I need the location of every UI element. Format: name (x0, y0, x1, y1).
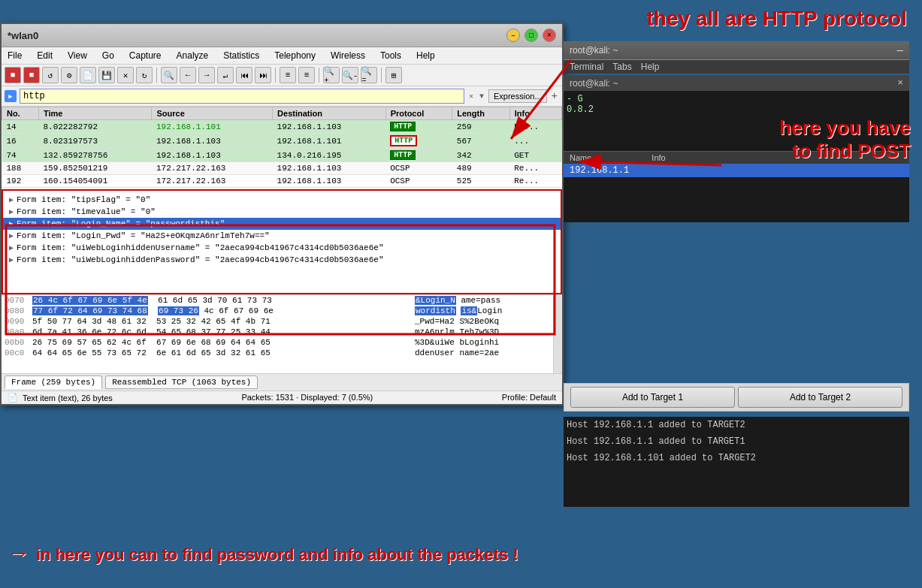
terminal-menu-tabs[interactable]: Tabs (612, 62, 631, 72)
toolbar-restart[interactable]: ↺ (42, 67, 59, 83)
toolbar-first[interactable]: ⏮ (236, 67, 252, 83)
hex-scrollbar[interactable] (553, 295, 562, 373)
hex-offset-2: 0080 (5, 306, 31, 315)
toolbar-close[interactable]: ✕ (117, 67, 134, 83)
table-row[interactable]: 74 132.859278756 192.168.1.103 134.0.216… (2, 149, 562, 162)
toolbar-search[interactable]: 🔍 (161, 67, 177, 83)
toolbar-zoom-out[interactable]: 🔍- (342, 67, 358, 83)
terminal-selected-row[interactable]: 192.168.1.1 (564, 164, 909, 177)
terminal-empty-area (564, 177, 909, 222)
toolbar-zoom-reset[interactable]: 🔍= (361, 67, 377, 83)
wireshark-window: *wlan0 – □ × File Edit View Go Capture A… (0, 23, 564, 406)
detail-row-3[interactable]: ▶ Form item: "Login_Name" = "passwordist… (3, 218, 561, 230)
toolbar-reload[interactable]: ↻ (136, 67, 153, 83)
item-text: Text item (text), 26 bytes (23, 394, 113, 403)
terminal-menu-help[interactable]: Help (641, 62, 660, 72)
menu-bar: File Edit View Go Capture Analyze Statis… (2, 47, 562, 65)
toolbar-last[interactable]: ⏭ (255, 67, 271, 83)
col-info[interactable]: Info (509, 107, 561, 120)
toolbar-jump[interactable]: ↵ (217, 67, 234, 83)
maximize-button[interactable]: □ (524, 29, 538, 42)
hex-offset-3: 0090 (5, 317, 31, 326)
menu-telephony[interactable]: Telephony (271, 49, 319, 62)
cell-proto: HTTP (385, 120, 452, 134)
menu-help[interactable]: Help (413, 49, 438, 62)
add-to-target2-button[interactable]: Add to Target 2 (738, 387, 902, 408)
hex-ascii-4: mzA6nrlm Teh7w%3D (415, 327, 550, 336)
col-length[interactable]: Length (452, 107, 509, 120)
annotation-http-protocol: they all are HTTP protocol (647, 6, 907, 32)
cell-info: ... (509, 134, 561, 149)
toolbar-coloring2[interactable]: ≡ (298, 67, 315, 83)
menu-capture[interactable]: Capture (126, 49, 165, 62)
toolbar-save[interactable]: 💾 (98, 67, 115, 83)
detail-text-6: Form item: "uiWebLoginhiddenPassword" = … (17, 255, 383, 264)
filter-dropdown[interactable]: ▼ (478, 92, 485, 101)
inner-terminal-close[interactable]: × (897, 77, 903, 89)
menu-wireless[interactable]: Wireless (328, 49, 368, 62)
col-no[interactable]: No. (2, 107, 39, 120)
col-destination[interactable]: Destination (273, 107, 386, 120)
terminal-selected-text: 192.168.1.1 (570, 165, 629, 176)
detail-row-2[interactable]: ▶ Form item: "timevalue" = "0" (3, 206, 561, 218)
expand-arrow-6: ▶ (9, 255, 14, 264)
expression-button[interactable]: Expression... (488, 89, 547, 103)
cell-info: Re... (509, 175, 561, 188)
col-time[interactable]: Time (38, 107, 152, 120)
toolbar-start[interactable]: ■ (5, 67, 21, 83)
filter-input[interactable] (20, 89, 464, 104)
toolbar-stop[interactable]: ■ (23, 67, 40, 83)
filter-clear-button[interactable]: ✕ (467, 92, 475, 101)
hex-ascii-3: _Pwd=Ha2 S%2BeOKq (415, 317, 550, 326)
close-button[interactable]: × (543, 29, 556, 42)
detail-row-6[interactable]: ▶ Form item: "uiWebLoginhiddenPassword" … (3, 254, 561, 266)
minimize-button[interactable]: – (506, 29, 520, 42)
hex-scroll-area[interactable]: 0070 26 4c 6f 67 69 6e 5f 4e 61 6d 65 3d… (2, 295, 553, 373)
toolbar-coloring[interactable]: ≡ (280, 67, 296, 83)
toolbar-back[interactable]: ← (180, 67, 196, 83)
toolbar-options[interactable]: ⚙ (61, 67, 77, 83)
detail-row-4[interactable]: ▶ Form item: "Login_Pwd" = "Ha2S+eOKqmzA… (3, 230, 561, 242)
cell-proto: OCSP (385, 162, 452, 175)
cell-info: GET (509, 149, 561, 162)
cell-no: 188 (2, 162, 39, 175)
detail-row-1[interactable]: ▶ Form item: "tipsFlag" = "0" (3, 194, 561, 206)
profile-label: Profile: Default (502, 393, 556, 403)
menu-statistics[interactable]: Statistics (220, 49, 262, 62)
menu-view[interactable]: View (65, 49, 90, 62)
menu-tools[interactable]: Tools (377, 49, 404, 62)
filter-add-button[interactable]: + (550, 90, 559, 102)
toolbar-zoom-in[interactable]: 🔍+ (323, 67, 340, 83)
menu-file[interactable]: File (5, 49, 25, 62)
hex-ascii-6: ddenUser name=2ae (415, 348, 550, 357)
table-row[interactable]: 188 159.852501219 172.217.22.163 192.168… (2, 162, 562, 175)
detail-row-5[interactable]: ▶ Form item: "uiWebLoginhiddenUsername" … (3, 242, 561, 254)
table-row[interactable]: 16 8.023197573 192.168.1.103 192.168.1.1… (2, 134, 562, 149)
col-header-info: Info (651, 153, 665, 162)
terminal-menu-terminal[interactable]: Terminal (570, 62, 603, 72)
menu-go[interactable]: Go (99, 49, 117, 62)
toolbar-open[interactable]: 📄 (80, 67, 96, 83)
cell-time: 132.859278756 (38, 149, 152, 162)
cell-src: 192.168.1.103 (152, 149, 273, 162)
toolbar-layout[interactable]: ⊞ (385, 67, 402, 83)
col-source[interactable]: Source (152, 107, 273, 120)
expand-arrow-4: ▶ (9, 231, 14, 240)
tab-reassembled[interactable]: Reassembled TCP (1063 bytes) (105, 375, 258, 389)
toolbar-forward[interactable]: → (198, 67, 215, 83)
table-row[interactable]: 192 160.154054091 172.217.22.163 192.168… (2, 175, 562, 188)
add-to-target1-button[interactable]: Add to Target 1 (570, 387, 735, 408)
packet-table: No. Time Source Destination Protocol Len… (2, 107, 562, 189)
menu-edit[interactable]: Edit (34, 49, 56, 62)
toolbar: ■ ■ ↺ ⚙ 📄 💾 ✕ ↻ 🔍 ← → ↵ ⏮ ⏭ ≡ ≡ 🔍+ 🔍- 🔍=… (2, 65, 562, 86)
table-row[interactable]: 14 8.022282792 192.168.1.101 192.168.1.1… (2, 120, 562, 134)
tab-frame[interactable]: Frame (259 bytes) (5, 375, 102, 389)
cell-src: 192.168.1.103 (152, 134, 273, 149)
inner-terminal-title: root@kali: ~ (570, 78, 618, 89)
outer-terminal-close[interactable]: — (897, 44, 903, 56)
menu-analyze[interactable]: Analyze (174, 49, 212, 62)
cell-time: 159.852501219 (38, 162, 152, 175)
col-protocol[interactable]: Protocol (385, 107, 452, 120)
filter-icon: ▶ (5, 90, 17, 102)
wireshark-titlebar: *wlan0 – □ × (2, 24, 562, 47)
